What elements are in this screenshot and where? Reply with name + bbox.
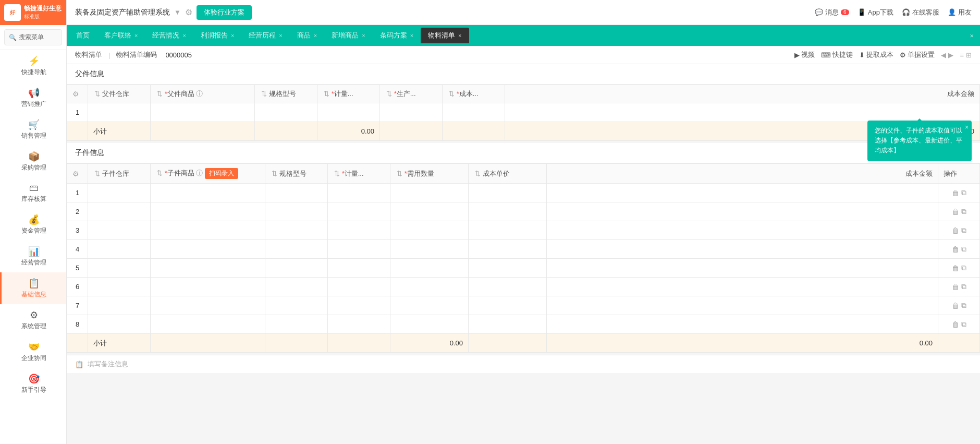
sidebar-item-purchase[interactable]: 📦 采购管理 (0, 146, 66, 177)
parent-row-1-product[interactable] (151, 103, 255, 122)
child-row-4-warehouse[interactable] (88, 240, 151, 259)
tab-profit-close[interactable]: × (231, 32, 234, 39)
child-row-2-product[interactable] (151, 202, 265, 221)
tab-profit[interactable]: 利润报告 × (193, 28, 241, 43)
tab-barcode-close[interactable]: × (410, 32, 413, 39)
sidebar-item-sales[interactable]: 🛒 销售管理 (0, 114, 66, 146)
tab-home[interactable]: 首页 (69, 28, 97, 43)
tab-goods[interactable]: 商品 × (290, 28, 324, 43)
child-unit-sort-icon[interactable]: ⇅ (334, 170, 340, 177)
tab-new-goods[interactable]: 新增商品 × (324, 28, 372, 43)
child-row-5-unit[interactable] (328, 259, 390, 278)
sidebar-item-marketing[interactable]: 📢 营销推广 (0, 82, 66, 114)
sidebar-item-system[interactable]: ⚙ 系统管理 (0, 304, 66, 336)
tab-operations-situation[interactable]: 经营情况 × (145, 28, 193, 43)
child-cost-unit-sort-icon[interactable]: ⇅ (475, 170, 481, 177)
parent-row-1-spec[interactable] (255, 103, 317, 122)
child-row-1-unit[interactable] (328, 184, 390, 202)
parent-production-sort-icon[interactable]: ⇅ (386, 90, 392, 98)
child-row-7-product[interactable] (151, 296, 265, 315)
tab-new-goods-close[interactable]: × (362, 32, 365, 39)
child-row-6-warehouse[interactable] (88, 278, 151, 296)
child-row-5-spec[interactable] (265, 259, 328, 278)
user-button[interactable]: 👤 用友 (948, 8, 972, 17)
child-row-8-product[interactable] (151, 315, 265, 334)
child-row-6-spec[interactable] (265, 278, 328, 296)
remark-label[interactable]: 填写备注信息 (88, 359, 128, 369)
breadcrumb-bom[interactable]: 物料清单 (75, 50, 102, 59)
list-view-button[interactable]: ≡ (960, 51, 964, 59)
message-button[interactable]: 💬 消息 6 (815, 8, 849, 17)
sidebar-item-inventory[interactable]: 🗃 库存核算 (0, 177, 66, 209)
child-row-5-product[interactable] (151, 259, 265, 278)
child-row-1-cost-unit[interactable] (469, 184, 547, 202)
child-row-3-product[interactable] (151, 221, 265, 240)
child-row-6-delete-button[interactable]: 🗑 (952, 282, 959, 291)
child-row-4-product[interactable] (151, 240, 265, 259)
trial-button[interactable]: 体验行业方案 (197, 5, 252, 20)
tab-goods-close[interactable]: × (314, 32, 317, 39)
child-row-1-product[interactable] (151, 184, 265, 202)
child-row-6-quantity[interactable] (390, 278, 469, 296)
child-row-1-warehouse[interactable] (88, 184, 151, 202)
child-row-3-spec[interactable] (265, 221, 328, 240)
parent-warehouse-sort-icon[interactable]: ⇅ (94, 90, 100, 98)
child-row-4-quantity[interactable] (390, 240, 469, 259)
child-row-8-copy-button[interactable]: ⧉ (961, 320, 966, 329)
child-row-3-cost-unit[interactable] (469, 221, 547, 240)
shortcut-button[interactable]: ⌨ 快捷键 (821, 50, 853, 59)
child-row-5-cost-unit[interactable] (469, 259, 547, 278)
next-arrow[interactable]: ▶ (948, 51, 953, 59)
child-row-5-delete-button[interactable]: 🗑 (952, 263, 959, 272)
child-row-6-unit[interactable] (328, 278, 390, 296)
view-video-button[interactable]: ▶ 视频 (794, 50, 815, 59)
sidebar-item-guide[interactable]: 🎯 新手引导 (0, 368, 66, 400)
tab-bom-close[interactable]: × (458, 32, 461, 39)
tab-customer[interactable]: 客户联络 × (97, 28, 145, 43)
parent-spec-sort-icon[interactable]: ⇅ (261, 90, 267, 98)
tab-barcode[interactable]: 条码方案 × (373, 28, 421, 43)
tab-history[interactable]: 经营历程 × (241, 28, 289, 43)
tab-customer-close[interactable]: × (134, 32, 138, 39)
child-row-1-delete-button[interactable]: 🗑 (952, 188, 959, 197)
child-row-7-copy-button[interactable]: ⧉ (961, 301, 966, 310)
child-row-7-spec[interactable] (265, 296, 328, 315)
child-row-2-cost-unit[interactable] (469, 202, 547, 221)
parent-row-1-unit[interactable] (317, 103, 380, 122)
parent-unit-sort-icon[interactable]: ⇅ (324, 90, 329, 98)
child-row-4-unit[interactable] (328, 240, 390, 259)
sidebar-item-quick-nav[interactable]: ⚡ 快捷导航 (0, 50, 66, 82)
child-warehouse-sort-icon[interactable]: ⇅ (94, 170, 100, 177)
child-row-2-spec[interactable] (265, 202, 328, 221)
sidebar-item-operations[interactable]: 📊 经营管理 (0, 241, 66, 272)
child-row-3-delete-button[interactable]: 🗑 (952, 226, 959, 235)
child-row-8-cost-unit[interactable] (469, 315, 547, 334)
grid-view-button[interactable]: ⊞ (966, 51, 972, 59)
child-row-5-copy-button[interactable]: ⧉ (961, 263, 966, 272)
tooltip-close-button[interactable]: × (965, 123, 969, 133)
child-row-7-unit[interactable] (328, 296, 390, 315)
child-row-2-warehouse[interactable] (88, 202, 151, 221)
child-product-sort-icon[interactable]: ⇅ (157, 169, 163, 177)
sidebar-item-basic-info[interactable]: 📋 基础信息 (0, 272, 66, 304)
parent-row-1-cost[interactable] (443, 103, 505, 122)
tab-bom[interactable]: 物料清单 × (421, 28, 469, 43)
extract-cost-button[interactable]: ⬇ 提取成本 (859, 50, 893, 59)
child-row-8-unit[interactable] (328, 315, 390, 334)
child-row-6-copy-button[interactable]: ⧉ (961, 282, 966, 291)
child-row-2-copy-button[interactable]: ⧉ (961, 207, 966, 216)
child-spec-sort-icon[interactable]: ⇅ (272, 170, 277, 177)
child-row-5-quantity[interactable] (390, 259, 469, 278)
parent-row-1-production[interactable] (380, 103, 443, 122)
child-row-5-warehouse[interactable] (88, 259, 151, 278)
child-row-8-delete-button[interactable]: 🗑 (952, 320, 959, 329)
prev-arrow[interactable]: ◀ (941, 51, 946, 59)
child-row-4-copy-button[interactable]: ⧉ (961, 245, 966, 254)
child-row-3-copy-button[interactable]: ⧉ (961, 226, 966, 235)
child-row-4-spec[interactable] (265, 240, 328, 259)
child-row-7-cost-unit[interactable] (469, 296, 547, 315)
parent-product-sort-icon[interactable]: ⇅ (157, 90, 163, 98)
tab-history-close[interactable]: × (279, 32, 282, 39)
search-menu-button[interactable]: 🔍 搜索菜单 (4, 29, 62, 45)
child-row-7-warehouse[interactable] (88, 296, 151, 315)
